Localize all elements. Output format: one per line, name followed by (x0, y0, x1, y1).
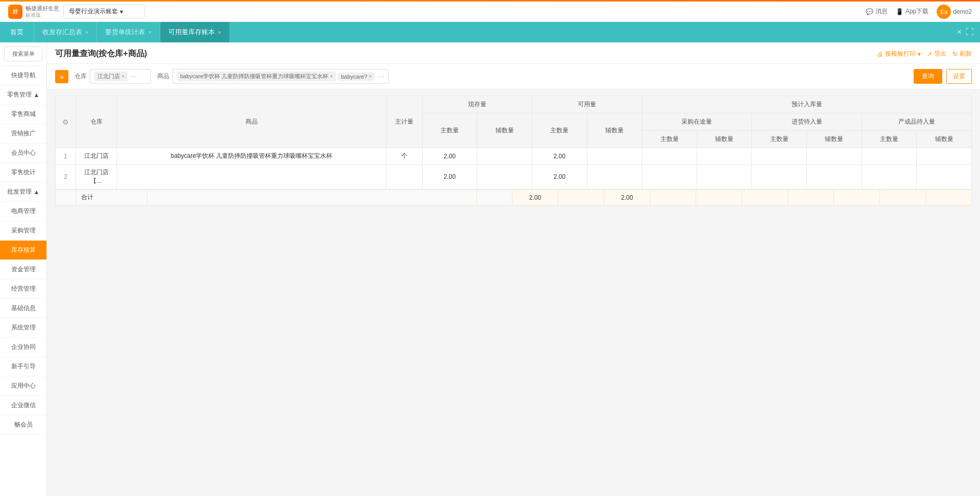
sidebar-item-retail-mall[interactable]: 零售商城 (0, 105, 46, 124)
main-layout: 搜索菜单 快捷导航 零售管理 ▲ 零售商城 营销推广 会员中心 零售统计 批发管… (0, 42, 980, 496)
logo-icon: 好 (8, 5, 22, 19)
warehouse-tag: 江北门店 × (94, 72, 128, 81)
settings-button[interactable]: 设置 (946, 69, 972, 84)
cell-current-main-qty: 2.00 (422, 148, 477, 164)
user-profile[interactable]: Ea demo2 (937, 5, 972, 19)
sidebar-item-wholesale-mgmt[interactable]: 批发管理 ▲ (0, 182, 46, 202)
sidebar-item-member-center[interactable]: 会员中心 (0, 144, 46, 163)
sidebar-item-enterprise-wechat[interactable]: 企业微信 (0, 396, 46, 415)
sidebar-item-marketing[interactable]: 营销推广 (0, 124, 46, 144)
sidebar-item-new-user-guide[interactable]: 新手引导 (0, 357, 46, 376)
sidebar-item-ecommerce-mgmt[interactable]: 电商管理 (0, 202, 46, 221)
footer-spacer (56, 190, 76, 205)
sidebar-item-retail-mgmt[interactable]: 零售管理 ▲ (0, 85, 46, 105)
sidebar-item-enterprise-collab[interactable]: 企业协同 (0, 338, 46, 357)
col-purchase-transit-aux: 辅数量 (697, 131, 752, 148)
col-incoming-pending-aux: 辅数量 (807, 131, 862, 148)
cell-production-pending-main (862, 164, 917, 190)
filter-bar: » 仓库 江北门店 × ··· 商品 babycare学饮杯 儿童防摔防撞吸管杯… (47, 64, 980, 89)
message-icon: 💬 (866, 8, 873, 15)
sidebar-item-app-center[interactable]: 应用中心 (0, 376, 46, 396)
arrow-icon: ▲ (34, 91, 40, 99)
col-available-main-qty: 主数量 (532, 113, 587, 148)
footer-incoming-pending-aux (834, 190, 880, 205)
cell-purchase-transit-aux (697, 164, 752, 190)
content-area: 可用量查询(按仓库+商品) 🖨 按模板打印 ▾ ↗ 导出 ↻ 刷新 (47, 42, 980, 496)
product-filter-field: 商品 babycare学饮杯 儿童防摔防撞吸管杯重力球吸嘴杯宝宝水杯 × bab… (157, 69, 389, 84)
sidebar-item-system-mgmt[interactable]: 系统管理 (0, 318, 46, 338)
header-right: 💬 消息 📱 App下载 Ea demo2 (866, 5, 972, 19)
top-header: 好 畅捷通好生意 标准版 母婴行业演示账套 ▾ 💬 消息 📱 App下载 Ea … (0, 2, 980, 22)
cell-main-unit (386, 164, 422, 190)
col-product-header: 商品 (117, 96, 387, 148)
col-current-stock-group: 现存量 (422, 96, 532, 113)
column-settings-icon[interactable]: ⚙ (62, 118, 69, 126)
cell-index: 1 (56, 148, 76, 164)
close-window-button[interactable]: × (957, 28, 962, 37)
col-current-aux-qty: 辅数量 (477, 113, 532, 148)
tab-close-icon[interactable]: × (218, 29, 221, 35)
sidebar-item-inventory-check[interactable]: 库存核算 (0, 241, 46, 260)
tab-home[interactable]: 首页 (0, 22, 34, 42)
footer-purchase-transit-aux (742, 190, 788, 205)
sidebar-item-operations-mgmt[interactable]: 经营管理 (0, 279, 46, 299)
product-tag-1: babycare学饮杯 儿童防摔防撞吸管杯重力球吸嘴杯宝宝水杯 × (177, 72, 336, 81)
sidebar-item-chang-member[interactable]: 畅会员 (0, 415, 46, 435)
sidebar-item-purchase-mgmt[interactable]: 采购管理 (0, 221, 46, 241)
remove-product-tag-2-button[interactable]: × (369, 74, 372, 79)
cell-production-pending-main (862, 148, 917, 164)
data-table: ⚙ 仓库 商品 主计量 现存量 可用量 预计入库量 主数量 辅数量 主数量 辅数… (55, 96, 972, 190)
remove-product-tag-1-button[interactable]: × (330, 74, 333, 79)
refresh-button[interactable]: ↻ 刷新 (952, 50, 972, 58)
export-button[interactable]: ↗ 导出 (927, 50, 946, 58)
refresh-icon: ↻ (952, 51, 958, 58)
cell-incoming-pending-aux (807, 164, 862, 190)
expand-window-button[interactable]: ⛶ (966, 28, 974, 37)
search-menu-button[interactable]: 搜索菜单 (4, 46, 42, 61)
remove-warehouse-tag-button[interactable]: × (121, 74, 125, 79)
sidebar-item-basic-info[interactable]: 基础信息 (0, 299, 46, 318)
cell-incoming-pending-aux (807, 148, 862, 164)
col-available-aux-qty: 辅数量 (587, 113, 642, 148)
col-current-main-qty: 主数量 (422, 113, 477, 148)
cell-purchase-transit-main (642, 148, 697, 164)
footer-unit-spacer (477, 190, 512, 205)
col-purchase-transit-main: 主数量 (642, 131, 697, 148)
warehouse-filter-field: 仓库 江北门店 × ··· (75, 69, 151, 84)
tab-receive-summary[interactable]: 收发存汇总表 × (34, 22, 97, 42)
warehouse-input[interactable]: 江北门店 × ··· (90, 69, 151, 84)
tab-close-icon[interactable]: × (85, 29, 88, 35)
tab-available-inventory[interactable]: 可用量库存账本 × (160, 22, 230, 42)
cell-incoming-pending-main (752, 164, 807, 190)
footer-product-spacer (148, 190, 477, 205)
more-options-icon[interactable]: ··· (130, 71, 137, 82)
cell-available-main-qty: 2.00 (532, 148, 587, 164)
col-settings: ⚙ (56, 96, 76, 148)
product-input[interactable]: babycare学饮杯 儿童防摔防撞吸管杯重力球吸嘴杯宝宝水杯 × babyca… (173, 69, 389, 84)
industry-selector[interactable]: 母婴行业演示账套 ▾ (63, 5, 145, 18)
cell-purchase-transit-aux (697, 148, 752, 164)
sidebar-item-quick-nav[interactable]: 快捷导航 (0, 66, 46, 85)
tab-close-icon[interactable]: × (148, 29, 151, 35)
footer-available-main-qty: 2.00 (604, 190, 650, 205)
chevron-down-icon: ▾ (120, 8, 123, 15)
cell-current-aux-qty (477, 148, 532, 164)
sidebar-item-finance-mgmt[interactable]: 资金管理 (0, 260, 46, 279)
filter-toggle-button[interactable]: » (55, 70, 68, 83)
cell-product: babycare学饮杯 儿童防摔防撞吸管杯重力球吸嘴杯宝宝水杯 (117, 148, 387, 164)
nav-tabs-right: × ⛶ (957, 28, 980, 37)
page-title: 可用量查询(按仓库+商品) (55, 49, 147, 59)
tab-order-stats[interactable]: 要货单统计表 × (97, 22, 160, 42)
product-more-options-icon[interactable]: ··· (377, 71, 384, 82)
footer-current-main-qty: 2.00 (512, 190, 558, 205)
query-button[interactable]: 查询 (914, 69, 942, 84)
sidebar-item-retail-stats[interactable]: 零售统计 (0, 163, 46, 182)
print-template-button[interactable]: 🖨 按模板打印 ▾ (877, 50, 921, 58)
app-download-action[interactable]: 📱 App下载 (896, 7, 928, 16)
dropdown-arrow-icon: ▾ (918, 51, 921, 58)
table-row: 1 江北门店 babycare学饮杯 儿童防摔防撞吸管杯重力球吸嘴杯宝宝水杯 个… (56, 148, 972, 164)
col-production-pending-aux: 辅数量 (917, 131, 972, 148)
message-action[interactable]: 💬 消息 (866, 7, 888, 16)
col-incoming-pending-group: 进货待入量 (752, 113, 862, 131)
footer-purchase-transit-main (696, 190, 742, 205)
